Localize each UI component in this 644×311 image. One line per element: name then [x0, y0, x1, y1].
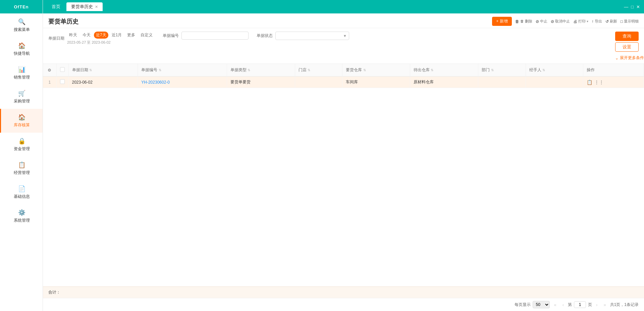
- row-doc-no[interactable]: YH-20230602-0: [138, 77, 227, 88]
- chevron-down-icon: ▾: [344, 33, 346, 38]
- col-doc-no[interactable]: 单据编号 ⇅: [138, 64, 227, 77]
- status-filter-group: 单据状态 ▾: [257, 32, 349, 40]
- per-page-label: 每页显示: [515, 302, 531, 308]
- sidebar-item-sales-label: 销售管理: [14, 75, 30, 80]
- content-area: 要货单历史 + 新增 🗑 🗑 删除 ⊘ 中止 ⊘ 取消中止 🖨 打印: [43, 13, 644, 311]
- col-pending-warehouse[interactable]: 待出仓库 ⇅: [410, 64, 478, 77]
- sort-type-icon: ⇅: [248, 68, 250, 72]
- row-department: [478, 77, 526, 88]
- shortcut-more[interactable]: 更多: [125, 32, 137, 39]
- sidebar-item-search[interactable]: 🔍 搜索菜单: [0, 13, 43, 37]
- finance-icon: 🔒: [18, 137, 25, 145]
- operation-icon: 📋: [18, 161, 25, 169]
- page-prefix: 第: [568, 302, 572, 308]
- sidebar-item-finance-label: 资金管理: [14, 146, 30, 152]
- setting-button[interactable]: 设置: [615, 42, 639, 52]
- toolbar: + 新增 🗑 🗑 删除 ⊘ 中止 ⊘ 取消中止 🖨 打印 ▾: [492, 17, 639, 26]
- export-icon: ↑: [592, 19, 594, 24]
- col-department[interactable]: 部门 ⇅: [478, 64, 526, 77]
- sidebar-item-sales[interactable]: 📊 销售管理: [0, 61, 43, 85]
- sidebar-item-quicknav[interactable]: 🏠 快捷导航: [0, 37, 43, 61]
- tab-home-label: 首页: [52, 4, 60, 10]
- expand-row: ⌄ 展开更多条件: [43, 54, 644, 64]
- date-range-display: 2023-05-27 至 2023-06-02: [67, 40, 155, 45]
- last-page-button[interactable]: »: [601, 302, 608, 308]
- delete-icon: 🗑: [515, 19, 519, 24]
- row-select-checkbox[interactable]: [60, 79, 65, 84]
- tab-requisition-history[interactable]: 要货单历史 ✕: [66, 2, 103, 11]
- sidebar-item-purchase-label: 采购管理: [14, 98, 30, 104]
- sidebar-item-operation[interactable]: 📋 经营管理: [0, 157, 43, 180]
- export-button[interactable]: ↑ 导出: [592, 19, 602, 24]
- sidebar-item-operation-label: 经营管理: [14, 170, 30, 176]
- first-page-button[interactable]: «: [552, 302, 558, 308]
- pagination: 每页显示 50 10 20 100 « ‹ 第 页 › » 共1页，1条记录: [43, 298, 644, 311]
- new-button[interactable]: + 新增: [492, 17, 512, 26]
- row-actions: 📋 ⋮⋮: [583, 77, 644, 88]
- col-req-warehouse[interactable]: 要货仓库 ⇅: [342, 64, 410, 77]
- display-detail-button[interactable]: □ 显示明细: [621, 19, 639, 24]
- refresh-button[interactable]: ↺ 刷新: [605, 19, 617, 24]
- data-table: ⚙ 单据日期 ⇅ 单据编号 ⇅ 单据类型: [43, 64, 644, 88]
- shortcut-custom[interactable]: 自定义: [139, 32, 155, 39]
- row-edit-icon[interactable]: 📋: [587, 80, 592, 85]
- status-label: 单据状态: [257, 33, 273, 39]
- sidebar-item-system[interactable]: ⚙️ 系统管理: [0, 204, 43, 228]
- sidebar-item-base[interactable]: 📄 基础信息: [0, 180, 43, 204]
- print-icon: 🖨: [573, 19, 577, 24]
- filter-section: 单据日期 昨天 今天 近7天 近1月 更多 自定义 2023-05-27 至 2…: [43, 28, 644, 54]
- shortcut-yesterday[interactable]: 昨天: [67, 32, 79, 39]
- query-button[interactable]: 查询: [615, 32, 639, 41]
- next-page-button[interactable]: ›: [594, 302, 599, 308]
- display-detail-icon: □: [621, 19, 623, 24]
- shortcut-7days[interactable]: 近7天: [94, 32, 108, 39]
- stop-button[interactable]: ⊘ 中止: [536, 19, 547, 24]
- cancel-stop-button[interactable]: ⊘ 取消中止: [551, 19, 570, 24]
- close-window-button[interactable]: ✕: [636, 4, 640, 9]
- row-doc-type: 要货单要货: [227, 77, 295, 88]
- col-store[interactable]: 门店 ⇅: [295, 64, 342, 77]
- row-doc-date: 2023-06-02: [68, 77, 138, 88]
- inventory-icon: 🏠: [18, 114, 25, 121]
- sort-store-icon: ⇅: [308, 68, 310, 72]
- sidebar-item-finance[interactable]: 🔒 资金管理: [0, 133, 43, 157]
- col-doc-type[interactable]: 单据类型 ⇅: [227, 64, 295, 77]
- shortcut-today[interactable]: 今天: [80, 32, 93, 39]
- expand-button[interactable]: ⌄ 展开更多条件: [615, 55, 644, 61]
- tab-requisition-label: 要货单历史: [71, 4, 93, 10]
- search-menu-icon: 🔍: [18, 18, 25, 26]
- print-button[interactable]: 🖨 打印 ▾: [573, 19, 588, 24]
- sidebar-item-inventory[interactable]: 🏠 库存核算: [0, 109, 43, 133]
- shortcut-1month[interactable]: 近1月: [110, 32, 124, 39]
- cancel-stop-icon: ⊘: [551, 19, 554, 24]
- select-all-checkbox[interactable]: [60, 67, 65, 72]
- minimize-button[interactable]: —: [624, 4, 628, 9]
- page-suffix: 页: [588, 302, 592, 308]
- sidebar-item-purchase[interactable]: 🛒 采购管理: [0, 85, 43, 109]
- close-tab-icon[interactable]: ✕: [95, 5, 98, 9]
- filter-actions: 查询 设置: [615, 32, 639, 52]
- table-footer: 合计：: [43, 286, 644, 298]
- refresh-label: 刷新: [610, 19, 617, 24]
- docno-filter-group: 单据编号: [163, 32, 249, 40]
- docno-input[interactable]: [181, 32, 249, 40]
- row-pending-warehouse: 原材料仓库: [410, 77, 478, 88]
- date-filter-group: 单据日期 昨天 今天 近7天 近1月 更多 自定义 2023-05-27 至 2…: [48, 32, 155, 45]
- row-more-icon[interactable]: ⋮⋮: [594, 80, 604, 85]
- delete-button[interactable]: 🗑 🗑 删除: [515, 19, 532, 24]
- col-handler[interactable]: 经手人 ⇅: [526, 64, 583, 77]
- row-checkbox[interactable]: [56, 77, 68, 88]
- col-settings[interactable]: ⚙: [43, 64, 56, 77]
- col-doc-date[interactable]: 单据日期 ⇅: [68, 64, 138, 77]
- page-header: 要货单历史 + 新增 🗑 🗑 删除 ⊘ 中止 ⊘ 取消中止 🖨 打印: [43, 13, 644, 28]
- page-input[interactable]: [574, 301, 586, 308]
- tab-home[interactable]: 首页: [47, 2, 65, 11]
- doc-no-link[interactable]: YH-20230602-0: [141, 80, 170, 85]
- per-page-select[interactable]: 50 10 20 100: [533, 301, 550, 308]
- col-checkbox: [56, 64, 68, 77]
- status-select[interactable]: ▾: [275, 32, 349, 40]
- sidebar-logo: OfTEn: [0, 0, 43, 13]
- print-dropdown-icon: ▾: [587, 19, 588, 23]
- maximize-button[interactable]: □: [631, 4, 634, 9]
- prev-page-button[interactable]: ‹: [560, 302, 566, 308]
